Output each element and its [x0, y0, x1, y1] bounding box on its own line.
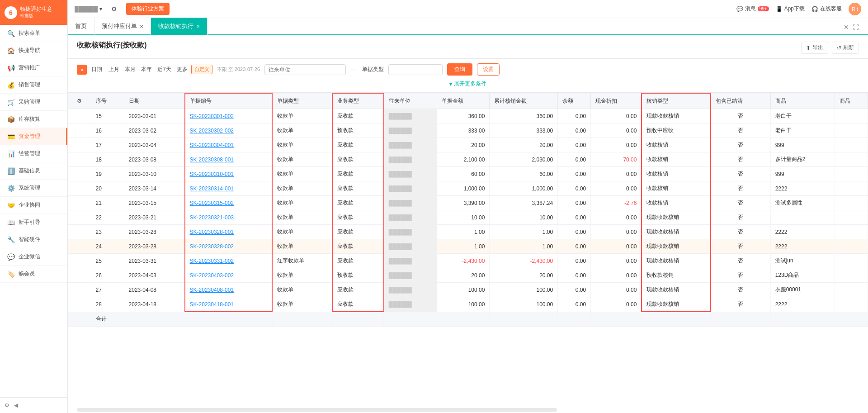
cell-bill_no[interactable]: SK-20230328-001	[185, 225, 273, 239]
cell-bill_no[interactable]: SK-20230403-002	[185, 268, 273, 283]
sidebar-item-wechat[interactable]: 💬 企业微信	[0, 248, 67, 266]
link-bill_no[interactable]: SK-20230331-002	[190, 258, 234, 264]
cell-no: 22	[91, 210, 124, 225]
nav-icon-basic: ℹ️	[7, 167, 15, 175]
cell-bill_no[interactable]: SK-20230310-001	[185, 167, 273, 181]
sidebar-item-hardware[interactable]: 🔧 智能硬件	[0, 231, 67, 248]
refresh-button[interactable]: ↺ 刷新	[832, 42, 859, 54]
cell-bill_type: 收款单	[272, 196, 332, 210]
expand-window-icon[interactable]: ⛶	[853, 24, 859, 31]
cell-bill_no[interactable]: SK-20230314-001	[185, 181, 273, 196]
sidebar-item-quicknav[interactable]: 🏠 快捷导航	[0, 42, 67, 59]
link-bill_no[interactable]: SK-20230315-002	[190, 200, 234, 206]
date-btn-更多[interactable]: 更多	[175, 65, 189, 74]
link-bill_no[interactable]: SK-20230310-001	[190, 171, 234, 177]
tab-pre-payment[interactable]: 预付冲应付单✕	[94, 18, 151, 35]
col-header-bill_type: 单据类型	[272, 93, 332, 109]
cell-bill_no[interactable]: SK-20230302-002	[185, 123, 273, 138]
cell-bill_no[interactable]: SK-20230328-002	[185, 239, 273, 254]
cell-bill_no[interactable]: SK-20230301-002	[185, 109, 273, 123]
export-icon: ⬆	[806, 45, 811, 51]
link-bill_no[interactable]: SK-20230321-003	[190, 214, 234, 221]
cell-bill_no[interactable]: SK-20230315-002	[185, 196, 273, 210]
link-bill_no[interactable]: SK-20230314-001	[190, 185, 234, 192]
link-bill_no[interactable]: SK-20230418-001	[190, 301, 234, 308]
sidebar-item-inventory[interactable]: 📦 库存核算	[0, 111, 67, 128]
cell-amount: 2,100.00	[437, 152, 490, 167]
date-custom-button[interactable]: 自定义	[191, 65, 212, 74]
tab-home[interactable]: 首页	[68, 18, 94, 35]
export-button[interactable]: ⬆ 导出	[801, 42, 828, 54]
filter-bar: » 日期 上月本月本年近7天更多自定义 不限 至 2023-07-26 ··· …	[68, 59, 868, 93]
cell-biz_type: 应收款	[332, 239, 384, 254]
messages-item[interactable]: 💬 消息 99+	[736, 5, 769, 13]
cell-no: 20	[91, 181, 124, 196]
horizontal-scrollbar[interactable]	[68, 406, 868, 413]
tab-close-collection[interactable]: ✕	[196, 24, 200, 29]
sidebar-item-purchase[interactable]: 🛒 采购管理	[0, 94, 67, 111]
cell-balance: 0.00	[558, 152, 591, 167]
industry-plan-button[interactable]: 体验行业方案	[126, 3, 170, 15]
link-bill_no[interactable]: SK-20230328-002	[190, 243, 234, 250]
bill-type-select[interactable]	[388, 64, 443, 75]
link-bill_no[interactable]: SK-20230308-001	[190, 157, 234, 163]
nav-icon-hardware: 🔧	[7, 236, 15, 243]
cell-cumulative: 60.00	[490, 167, 558, 181]
date-btn-上月[interactable]: 上月	[107, 65, 121, 74]
sidebar-item-search[interactable]: 🔍 搜索菜单	[0, 25, 67, 42]
cell-product2	[835, 196, 868, 210]
date-btn-近7天[interactable]: 近7天	[156, 65, 173, 74]
link-bill_no[interactable]: SK-20230403-002	[190, 272, 234, 279]
link-bill_no[interactable]: SK-20230301-002	[190, 113, 234, 119]
link-bill_no[interactable]: SK-20230328-001	[190, 229, 234, 235]
tab-close-pre-payment[interactable]: ✕	[140, 24, 143, 29]
cell-cash_discount: 0.00	[591, 138, 642, 152]
filter-settings-button[interactable]: 设置	[477, 63, 500, 76]
sidebar-item-marketing[interactable]: 📢 营销推广	[0, 59, 67, 76]
close-window-icon[interactable]: ✕	[844, 24, 849, 31]
sidebar-item-member[interactable]: 🏷️ 畅会员	[0, 266, 67, 283]
col-header-gear[interactable]: ⚙	[68, 93, 91, 109]
nav-icon-system: ⚙️	[7, 185, 15, 192]
sidebar-item-operations[interactable]: 📊 经营管理	[0, 145, 67, 162]
cell-product2	[835, 239, 868, 254]
sidebar-item-guide[interactable]: 📖 新手引导	[0, 214, 67, 231]
query-button[interactable]: 查询	[447, 63, 472, 76]
user-avatar[interactable]: Rit	[849, 3, 861, 15]
filter-toggle-button[interactable]: »	[77, 65, 87, 75]
sidebar-item-sales[interactable]: 💰 销售管理	[0, 76, 67, 94]
nav-icon-operations: 📊	[7, 150, 15, 157]
cell-bill_no[interactable]: SK-20230418-001	[185, 297, 273, 312]
cell-product: 老白干	[770, 123, 835, 138]
sidebar-item-system[interactable]: ⚙️ 系统管理	[0, 180, 67, 197]
settings-button[interactable]: ⚙	[111, 5, 117, 13]
online-service-item[interactable]: 🎧 在线客服	[811, 5, 842, 13]
cell-product2	[835, 152, 868, 167]
cell-bill_no[interactable]: SK-20230308-001	[185, 152, 273, 167]
expand-more-button[interactable]: ▾ 展开更多条件	[449, 80, 486, 88]
cell-include_settled: 否	[711, 167, 770, 181]
module-dropdown[interactable]: ██████ ▾	[75, 6, 102, 12]
company-filter-input[interactable]	[264, 64, 346, 75]
cell-bill_no[interactable]: SK-20230321-003	[185, 210, 273, 225]
link-bill_no[interactable]: SK-20230304-001	[190, 142, 234, 148]
link-bill_no[interactable]: SK-20230408-001	[190, 287, 234, 293]
cell-include_settled: 否	[711, 123, 770, 138]
link-bill_no[interactable]: SK-20230302-002	[190, 128, 234, 134]
date-btn-本月[interactable]: 本月	[123, 65, 137, 74]
tab-collection[interactable]: 收款核销执行✕	[151, 18, 208, 35]
cell-bill_no[interactable]: SK-20230331-002	[185, 254, 273, 268]
app-download-item[interactable]: 📱 App下载	[776, 5, 805, 13]
cell-date: 2023-03-31	[124, 254, 184, 268]
sidebar-item-finance[interactable]: 💳 资金管理	[0, 128, 67, 145]
settings-icon[interactable]: ⚙	[5, 402, 9, 408]
cell-bill_type: 收款单	[272, 181, 332, 196]
cell-include_settled: 否	[711, 283, 770, 297]
cell-bill_no[interactable]: SK-20230408-001	[185, 283, 273, 297]
sidebar-item-basic[interactable]: ℹ️ 基础信息	[0, 162, 67, 180]
cell-amount: 10.00	[437, 210, 490, 225]
collapse-icon[interactable]: ◀	[14, 402, 18, 408]
sidebar-item-corp[interactable]: 🤝 企业协同	[0, 197, 67, 214]
date-btn-本年[interactable]: 本年	[139, 65, 154, 74]
cell-bill_no[interactable]: SK-20230304-001	[185, 138, 273, 152]
